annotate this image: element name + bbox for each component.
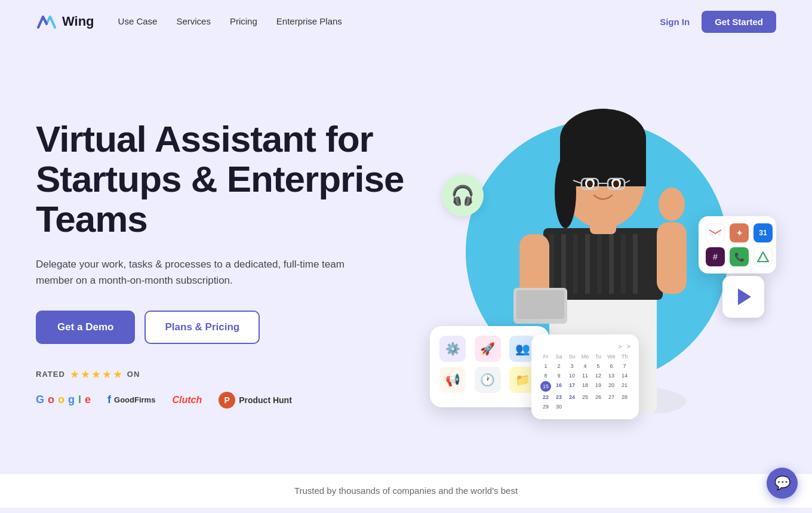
headset-icon: 🎧 [451,184,475,207]
chat-icon: 💬 [774,475,791,491]
cal-header: > > [540,343,630,350]
google-l: l [78,394,81,406]
star-1: ★ [70,368,79,381]
plans-button[interactable]: Plans & Pricing [144,311,260,344]
svg-rect-9 [621,234,626,294]
hero-illustration: 🎧 [430,97,776,431]
chat-bubble[interactable]: 💬 [767,468,798,499]
sign-in-button[interactable]: Sign In [660,17,690,27]
svg-point-15 [555,156,576,228]
goodfirms-icon: f [107,394,111,406]
svg-marker-31 [758,252,768,262]
nav-link-pricing[interactable]: Pricing [230,16,257,26]
producthunt-text: Product Hunt [239,395,292,405]
star-4: ★ [102,368,112,381]
svg-rect-7 [597,234,602,294]
producthunt-icon: P [219,392,235,408]
nav-link-usecase[interactable]: Use Case [118,16,158,26]
drive-icon [753,247,773,266]
clutch-logo: Clutch [172,395,202,406]
calendar-icon: 31 [753,223,773,242]
nav-links: Use Case Services Pricing Enterprise Pla… [118,16,342,27]
bottom-strip-text: Trusted by thousands of companies and th… [294,486,518,496]
cal-cells: 1 2 3 4 5 6 7 8 9 10 11 12 13 14 15 16 1… [540,362,630,411]
nav-right: Sign In Get Started [660,11,776,33]
goodfirms-text: GoodFirms [114,395,155,404]
logo-text: Wing [62,14,94,29]
producthunt-logo: P Product Hunt [219,392,292,408]
cal-day-labels: Fr Sa Su Mo Tu We Th [540,354,630,360]
nav-link-enterprise[interactable]: Enterprise Plans [276,16,342,26]
svg-rect-3 [549,234,554,294]
logo-icon [36,11,57,32]
google-g: G [36,394,44,406]
svg-rect-8 [609,234,614,294]
phone-icon: 📞 [730,247,749,266]
hero-subtitle: Delegate your work, tasks & processes to… [36,256,370,288]
svg-rect-5 [573,234,578,294]
goodfirms-logo: f GoodFirms [107,394,155,406]
calendar-widget: > > Fr Sa Su Mo Tu We Th 1 2 3 4 5 6 7 8 [531,334,639,419]
svg-point-18 [587,180,593,188]
play-icon [738,288,751,305]
cal-arrow-right: > [627,343,630,350]
hero-buttons: Get a Demo Plans & Pricing [36,311,406,344]
widget-icon-4: 📢 [439,367,466,393]
google-o2: o [58,394,64,406]
slack-icon: # [706,247,725,266]
stars: ★ ★ ★ ★ ★ [70,368,122,381]
svg-point-19 [613,180,619,188]
svg-rect-26 [657,222,687,294]
svg-rect-28 [516,290,564,319]
google-e: e [85,394,91,406]
svg-rect-10 [633,234,638,294]
star-5: ★ [113,368,122,381]
play-button[interactable] [722,276,764,318]
google-logo: Google [36,394,91,406]
svg-rect-4 [561,234,566,294]
hero-content: Virtual Assistant for Startups & Enterpr… [36,119,406,408]
cal-arrow-left: > [618,343,622,350]
nav-link-services[interactable]: Services [176,16,211,26]
rating-row: RATED ★ ★ ★ ★ ★ ON [36,368,406,381]
get-started-button[interactable]: Get Started [702,11,776,33]
google-o: o [48,394,54,406]
app-icons-panel: ✦ 31 # 📞 [699,216,776,274]
widget-grid: ⚙️ 🚀 👥 📢 🕐 📁 [439,336,540,393]
rating-label: RATED [36,370,65,379]
claude-icon: ✦ [730,223,749,242]
bottom-strip: Trusted by thousands of companies and th… [0,473,812,508]
widget-icon-5: 🕐 [475,367,501,393]
svg-point-29 [659,188,685,221]
google-g2: g [68,394,75,406]
nav-left: Wing Use Case Services Pricing Enterpris… [36,11,342,32]
star-3: ★ [91,368,101,381]
widget-icon-2: 🚀 [475,336,501,362]
logo[interactable]: Wing [36,11,94,32]
svg-rect-6 [585,234,590,294]
headset-bubble: 🎧 [442,174,484,216]
rating-on: ON [127,370,140,379]
partner-logos: Google f GoodFirms Clutch P Product Hunt [36,392,406,408]
demo-button[interactable]: Get a Demo [36,311,135,344]
star-2: ★ [81,368,90,381]
hero-title: Virtual Assistant for Startups & Enterpr… [36,119,406,239]
hero-section: Virtual Assistant for Startups & Enterpr… [0,43,812,473]
navbar: Wing Use Case Services Pricing Enterpris… [0,0,812,43]
widget-icon-1: ⚙️ [439,336,466,362]
gmail-icon [706,223,725,242]
